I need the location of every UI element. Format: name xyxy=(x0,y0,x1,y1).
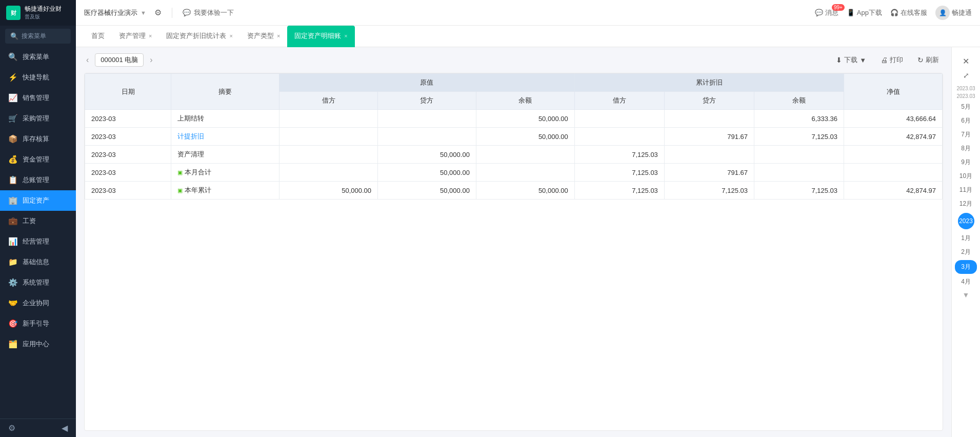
timeline-month[interactable]: 1月 xyxy=(952,231,980,245)
tab-close-icon[interactable]: × xyxy=(277,33,280,39)
cell-orig-debit xyxy=(279,128,378,146)
avatar: 👤 xyxy=(935,6,950,20)
cell-summary: 资产清理 xyxy=(171,146,279,164)
th-summary: 摘要 xyxy=(171,74,279,110)
download-label: 下载 xyxy=(844,55,857,65)
sidebar-item-basic-info[interactable]: 📁基础信息 xyxy=(0,252,76,272)
sidebar-item-inventory[interactable]: 📦库存核算 xyxy=(0,129,76,149)
tab-close-icon[interactable]: × xyxy=(149,33,152,39)
sidebar-item-enterprise[interactable]: 🤝企业协同 xyxy=(0,293,76,313)
app-download-btn[interactable]: 📱 App下载 xyxy=(847,8,882,17)
sidebar-item-quick-nav[interactable]: ⚡快捷导航 xyxy=(0,67,76,88)
content-area: ‹ 000001 电脑 › ⬇ 下载 ▼ 🖨 打印 ↻ xyxy=(76,47,980,437)
tab-asset-type[interactable]: 资产类型× xyxy=(240,26,287,47)
cell-orig-balance: 50,000.00 xyxy=(476,182,574,200)
company-dropdown-icon: ▼ xyxy=(141,10,146,16)
timeline-month[interactable]: 5月 xyxy=(952,100,980,114)
brand-version: 普及版 xyxy=(25,13,62,21)
sidebar-item-search[interactable]: 🔍搜索菜单 xyxy=(0,47,76,67)
timeline-month[interactable]: 3月 xyxy=(955,260,977,274)
tab-close-icon[interactable]: × xyxy=(229,33,232,39)
timeline-month[interactable]: 2月 xyxy=(952,245,980,259)
th-orig-balance: 余额 xyxy=(476,92,574,110)
sidebar-item-label: 快捷导航 xyxy=(23,73,49,82)
download-btn[interactable]: ⬇ 下载 ▼ xyxy=(832,53,870,67)
timeline-year[interactable]: 2023 xyxy=(958,213,974,229)
cell-acc-debit: 7,125.03 xyxy=(574,146,664,164)
system-icon: ⚙️ xyxy=(8,278,17,287)
ledger-icon: 📋 xyxy=(8,175,17,185)
user-area[interactable]: 👤 畅捷通 xyxy=(935,6,972,20)
company-name: 医疗器械行业演示 xyxy=(84,8,137,17)
cell-acc-balance xyxy=(754,164,844,182)
cell-acc-balance xyxy=(754,146,844,164)
tab-close-icon[interactable]: × xyxy=(344,33,347,39)
cell-summary: ▣本年累计 xyxy=(171,182,279,200)
messages-icon: 💬 xyxy=(815,9,823,16)
cell-orig-debit xyxy=(279,164,378,182)
sidebar-item-guide[interactable]: 🎯新手引导 xyxy=(0,313,76,334)
timeline-month[interactable]: 4月 xyxy=(952,275,980,289)
timeline-month[interactable]: 11月 xyxy=(952,183,980,197)
tabbar: 首页资产管理×固定资产折旧统计表×资产类型×固定资产明细账× xyxy=(76,26,980,47)
timeline: 5月6月7月8月9月10月11月12月20231月2月3月4月▼ xyxy=(952,100,980,301)
sidebar-brand: 畅捷通好业财 普及版 xyxy=(25,5,62,21)
timeline-month[interactable]: 8月 xyxy=(952,142,980,155)
sidebar-item-finance[interactable]: 💰资金管理 xyxy=(0,149,76,170)
sidebar-item-operations[interactable]: 📊经营管理 xyxy=(0,231,76,252)
sidebar-item-sales[interactable]: 📈销售管理 xyxy=(0,88,76,108)
table-row: 2023-03 ▣本年累计 50,000.00 50,000.00 50,000… xyxy=(85,182,943,200)
fixed-assets-icon: 🏢 xyxy=(8,196,17,205)
tab-depreciation-stat[interactable]: 固定资产折旧统计表× xyxy=(159,26,239,47)
experience-btn[interactable]: 💬 我要体验一下 xyxy=(183,8,234,17)
tab-asset-mgmt[interactable]: 资产管理× xyxy=(112,26,159,47)
sidebar-search[interactable]: 🔍 搜索菜单 xyxy=(5,29,71,44)
logo-icon: 财 xyxy=(6,6,21,20)
cell-summary: ▣本月合计 xyxy=(171,164,279,182)
cell-orig-debit: 50,000.00 xyxy=(279,182,378,200)
cell-date: 2023-03 xyxy=(85,128,171,146)
timeline-down-arrow[interactable]: ▼ xyxy=(961,289,972,301)
data-table-wrap: 日期 摘要 原值 累计折旧 净值 借方 贷方 余额 借方 贷方 余额 xyxy=(84,73,943,431)
th-orig-debit: 借方 xyxy=(279,92,378,110)
sidebar-item-app-center[interactable]: 🗂️应用中心 xyxy=(0,334,76,354)
toolbar-actions: ⬇ 下载 ▼ 🖨 打印 ↻ 刷新 xyxy=(832,53,943,67)
cell-summary[interactable]: 计提折旧 xyxy=(171,128,279,146)
messages-btn[interactable]: 💬 消息 99+ xyxy=(815,8,838,17)
timeline-month[interactable]: 10月 xyxy=(952,169,980,183)
sidebar-item-purchase[interactable]: 🛒采购管理 xyxy=(0,108,76,129)
main-area: 医疗器械行业演示 ▼ ⚙ 💬 我要体验一下 💬 消息 99+ 📱 App下载 🎧… xyxy=(76,0,980,437)
cell-acc-debit xyxy=(574,110,664,128)
timeline-month[interactable]: 9月 xyxy=(952,155,980,169)
sidebar-item-label: 新手引导 xyxy=(23,319,49,328)
settings-icon[interactable]: ⚙ xyxy=(154,8,162,17)
sidebar-item-fixed-assets[interactable]: 🏢固定资产 xyxy=(0,190,76,211)
collapse-icon[interactable]: ◀ xyxy=(62,423,68,433)
sidebar-item-ledger[interactable]: 📋总账管理 xyxy=(0,170,76,190)
timeline-month[interactable]: 6月 xyxy=(952,114,980,128)
sidebar-item-payroll[interactable]: 💼工资 xyxy=(0,211,76,231)
guide-icon: 🎯 xyxy=(8,319,17,328)
panel-expand-btn[interactable]: ⤢ xyxy=(961,69,971,82)
panel-close-btn[interactable]: ✕ xyxy=(961,54,971,68)
cell-acc-credit: 791.67 xyxy=(664,128,754,146)
print-btn[interactable]: 🖨 打印 xyxy=(876,53,907,67)
sidebar-item-system[interactable]: ⚙️系统管理 xyxy=(0,272,76,293)
timeline-month[interactable]: 7月 xyxy=(952,128,980,142)
tab-home[interactable]: 首页 xyxy=(84,26,112,47)
timeline-month[interactable]: 12月 xyxy=(952,197,980,211)
sidebar-item-label: 销售管理 xyxy=(23,93,49,103)
th-acc-balance: 余额 xyxy=(754,92,844,110)
prev-asset-btn[interactable]: ‹ xyxy=(84,54,91,66)
table-row: 2023-03 上期结转 50,000.00 6,333.36 43,666.6… xyxy=(85,110,943,128)
tab-asset-detail[interactable]: 固定资产明细账× xyxy=(287,26,354,47)
company-selector[interactable]: 医疗器械行业演示 ▼ xyxy=(84,8,146,17)
next-asset-btn[interactable]: › xyxy=(148,54,154,66)
cell-orig-credit: 50,000.00 xyxy=(378,146,476,164)
refresh-btn[interactable]: ↻ 刷新 xyxy=(913,53,943,67)
cell-acc-credit xyxy=(664,110,754,128)
cell-acc-balance: 7,125.03 xyxy=(754,182,844,200)
cell-acc-balance: 6,333.36 xyxy=(754,110,844,128)
customer-service-btn[interactable]: 🎧 在线客服 xyxy=(890,8,927,17)
settings-icon[interactable]: ⚙ xyxy=(8,423,15,433)
